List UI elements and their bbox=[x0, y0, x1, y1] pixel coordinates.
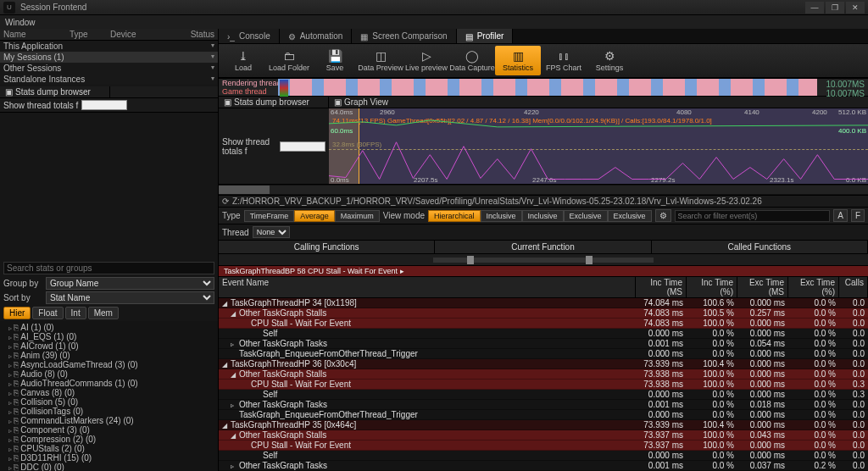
stat-group-item[interactable]: ⎘AI_EQS (1) (0) bbox=[7, 332, 216, 341]
event-row[interactable]: ▹Other TaskGraph Tasks0.001 ms0.0 %0.018… bbox=[219, 400, 868, 410]
tab-console[interactable]: ›_Console bbox=[219, 29, 280, 43]
slider-handle-left[interactable] bbox=[467, 256, 474, 264]
stat-group-item[interactable]: ⎘Compression (2) (0) bbox=[7, 435, 216, 444]
filter-f-button[interactable]: F bbox=[851, 209, 865, 222]
type-option-maximum[interactable]: Maximum bbox=[335, 210, 380, 222]
show-thread-totals-input-2[interactable] bbox=[280, 141, 326, 152]
breadcrumb[interactable]: TaskGraphThreadBP 58 CPU Stall - Wait Fo… bbox=[219, 266, 868, 277]
event-row[interactable]: CPU Stall - Wait For Event74.083 ms100.0… bbox=[219, 319, 868, 329]
filter-a-button[interactable]: A bbox=[833, 209, 848, 222]
expand-icon[interactable]: ▣ bbox=[224, 97, 231, 107]
stat-group-item[interactable]: ⎘DDC (0) (0) bbox=[7, 463, 216, 472]
col-exc-ms[interactable]: Exc Time (MS bbox=[737, 277, 788, 297]
stat-group-item[interactable]: ⎘CollisionTags (0) bbox=[7, 407, 216, 416]
col-event-name[interactable]: Event Name bbox=[219, 277, 636, 297]
view-option-inclusive-2[interactable]: Inclusive bbox=[522, 210, 564, 222]
event-row[interactable]: ▹Other TaskGraph Tasks0.001 ms0.0 %0.054… bbox=[219, 339, 868, 349]
mem-tab-button[interactable]: Mem bbox=[88, 307, 119, 319]
event-row[interactable]: CPU Stall - Wait For Event73.938 ms100.0… bbox=[219, 380, 868, 390]
event-row[interactable]: TaskGraph_EnqueueFromOtherThread_Trigger… bbox=[219, 349, 868, 359]
tool-settings[interactable]: ⚙Settings bbox=[587, 46, 632, 75]
stat-group-item[interactable]: ⎘Component (3) (0) bbox=[7, 425, 216, 435]
graph-view[interactable]: 74.11ms(13 FPS) GameThread[0x55b][2.02 /… bbox=[329, 108, 868, 185]
view-option-exclusive-4[interactable]: Exclusive bbox=[608, 210, 652, 222]
event-table-body[interactable]: ◢TaskGraphThreadHP 34 [0x1198]74.084 ms1… bbox=[219, 298, 868, 471]
tab-screen-comparison[interactable]: ▦Screen Comparison bbox=[352, 29, 456, 43]
filter-gear-icon[interactable]: ⚙ bbox=[655, 209, 671, 222]
graph-scrollbar[interactable] bbox=[219, 185, 868, 195]
col-device[interactable]: Device bbox=[110, 30, 170, 39]
type-option-average[interactable]: Average bbox=[294, 210, 334, 222]
col-status[interactable]: Status bbox=[170, 30, 214, 39]
sort-by-select[interactable]: Stat Name bbox=[46, 291, 214, 304]
session-group[interactable]: Standalone Instances▾ bbox=[0, 74, 218, 85]
event-row[interactable]: Self0.000 ms0.0 %0.000 ms0.0 %0.3 bbox=[219, 390, 868, 400]
stat-group-item[interactable]: ⎘Canvas (8) (0) bbox=[7, 388, 216, 397]
stat-group-item[interactable]: ⎘CPUStalls (2) (0) bbox=[7, 444, 216, 453]
session-group[interactable]: My Sessions (1)▾ bbox=[0, 52, 218, 63]
view-option-hierarchical-0[interactable]: Hierarchical bbox=[428, 210, 481, 222]
hier-tab-button[interactable]: Hier bbox=[3, 307, 31, 319]
graph-scrollbar-thumb[interactable] bbox=[219, 186, 270, 194]
expand-icon[interactable]: ▣ bbox=[334, 97, 342, 107]
stat-group-item[interactable]: ⎘Audio (8) (0) bbox=[7, 369, 216, 379]
tool-data-capture[interactable]: ◯Data Capture bbox=[449, 46, 495, 75]
stat-group-item[interactable]: ⎘Collision (5) (0) bbox=[7, 397, 216, 407]
stat-group-item[interactable]: ⎘AI (1) (0) bbox=[7, 323, 216, 332]
tool-fps-chart[interactable]: ⫾⫾FPS Chart bbox=[541, 46, 587, 75]
col-inc-pct[interactable]: Inc Time (%) bbox=[687, 277, 737, 297]
called-functions-header[interactable]: Called Functions bbox=[652, 241, 868, 253]
event-row[interactable]: Self0.000 ms0.0 %0.000 ms0.0 %0.0 bbox=[219, 329, 868, 339]
session-group[interactable]: Other Sessions▾ bbox=[0, 63, 218, 74]
col-calls[interactable]: Calls bbox=[839, 277, 868, 297]
stat-group-item[interactable]: ⎘AsyncLoadGameThread (3) (0) bbox=[7, 360, 216, 369]
tool-save[interactable]: 💾Save bbox=[312, 46, 358, 75]
stat-group-tree[interactable]: ⎘AI (1) (0)⎘AI_EQS (1) (0)⎘AICrowd (1) (… bbox=[0, 321, 218, 472]
col-name[interactable]: Name bbox=[3, 30, 70, 39]
event-row[interactable]: ◢Other TaskGraph Stalls74.083 ms100.5 %0… bbox=[219, 308, 868, 319]
expand-icon[interactable]: ▣ bbox=[5, 87, 13, 97]
session-group[interactable]: This Application▾ bbox=[0, 41, 218, 52]
tab-profiler[interactable]: ▤Profiler bbox=[457, 29, 514, 43]
tool-live-preview[interactable]: ▷Live preview bbox=[403, 46, 449, 75]
tab-automation[interactable]: ⚙Automation bbox=[280, 29, 353, 43]
stat-group-item[interactable]: ⎘AudioThreadCommands (1) (0) bbox=[7, 379, 216, 388]
thread-filter-select[interactable]: None bbox=[253, 226, 290, 238]
stats-search-input[interactable] bbox=[3, 262, 214, 274]
calling-functions-header[interactable]: Calling Functions bbox=[219, 241, 435, 253]
col-exc-pct[interactable]: Exc Time (%) bbox=[788, 277, 839, 297]
event-row[interactable]: TaskGraph_EnqueueFromOtherThread_Trigger… bbox=[219, 410, 868, 420]
refresh-icon[interactable]: ⟳ bbox=[222, 197, 229, 206]
event-row[interactable]: ◢Other TaskGraph Stalls73.938 ms100.0 %0… bbox=[219, 369, 868, 380]
view-option-exclusive-3[interactable]: Exclusive bbox=[564, 210, 608, 222]
stat-group-item[interactable]: ⎘CommandListMarkers (24) (0) bbox=[7, 416, 216, 425]
tool-data-preview[interactable]: ◫Data Preview bbox=[358, 46, 403, 75]
event-row[interactable]: ▹Other TaskGraph Tasks0.001 ms0.0 %0.037… bbox=[219, 461, 868, 471]
stat-group-item[interactable]: ⎘D3D11RHI (15) (0) bbox=[7, 453, 216, 463]
menu-window[interactable]: Window bbox=[5, 18, 36, 27]
tool-load-folder[interactable]: 🗀Load Folder bbox=[266, 46, 312, 75]
tool-load[interactable]: ⤓Load bbox=[220, 46, 266, 75]
slider-handle-right[interactable] bbox=[586, 256, 593, 264]
col-type[interactable]: Type bbox=[70, 30, 110, 39]
stat-group-item[interactable]: ⎘AICrowd (1) (0) bbox=[7, 341, 216, 351]
window-maximize-button[interactable]: ❐ bbox=[826, 2, 844, 14]
current-function-header[interactable]: Current Function bbox=[435, 241, 651, 253]
view-option-inclusive-1[interactable]: Inclusive bbox=[481, 210, 522, 222]
show-thread-totals-input[interactable] bbox=[81, 100, 127, 110]
event-row[interactable]: CPU Stall - Wait For Event73.937 ms100.0… bbox=[219, 441, 868, 451]
window-minimize-button[interactable]: — bbox=[805, 2, 824, 14]
event-row[interactable]: ◢TaskGraphThreadHP 34 [0x1198]74.084 ms1… bbox=[219, 298, 868, 308]
event-search-input[interactable] bbox=[675, 210, 831, 222]
tool-statistics[interactable]: ▥Statistics bbox=[495, 46, 541, 75]
function-split-slider[interactable] bbox=[219, 254, 868, 266]
event-row[interactable]: ◢Other TaskGraph Stalls73.937 ms100.0 %0… bbox=[219, 430, 868, 441]
event-row[interactable]: ◢TaskGraphThreadHP 36 [0x30c4]73.939 ms1… bbox=[219, 359, 868, 369]
event-row[interactable]: Self0.000 ms0.0 %0.000 ms0.0 %0.0 bbox=[219, 451, 868, 461]
stat-group-item[interactable]: ⎘Anim (39) (0) bbox=[7, 351, 216, 360]
group-by-select[interactable]: Group Name bbox=[46, 277, 214, 290]
int-tab-button[interactable]: Int bbox=[65, 307, 86, 319]
col-inc-ms[interactable]: Inc Time (MS bbox=[636, 277, 687, 297]
window-close-button[interactable]: ✕ bbox=[846, 2, 865, 14]
type-option-timeframe[interactable]: TimeFrame bbox=[244, 210, 295, 222]
